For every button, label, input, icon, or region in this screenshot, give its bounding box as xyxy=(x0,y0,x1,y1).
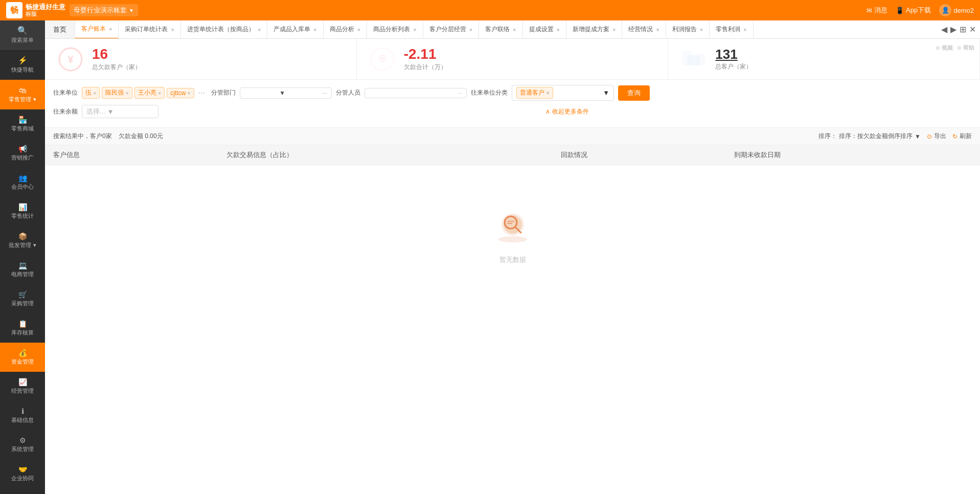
stat-icon-amount: ⊕ xyxy=(369,46,396,73)
sidebar-item-finance[interactable]: 💰 资金管理 xyxy=(0,343,45,372)
tag-close-wu[interactable]: × xyxy=(93,90,96,96)
sidebar-item-system[interactable]: ⚙ 系统管理 xyxy=(0,430,45,459)
tab-retail-profit[interactable]: 零售利润 × xyxy=(710,20,753,39)
col-customer-info: 客户信息 xyxy=(45,145,218,165)
cat-tag-normal: 普通客户 × xyxy=(516,87,553,99)
query-button[interactable]: 查询 xyxy=(618,85,650,101)
tab-inbound-stats[interactable]: 进货单统计表（按商品） × xyxy=(181,20,267,39)
dept-filter-dropdown[interactable]: ▼ ··· xyxy=(240,87,332,99)
filter-row-1: 往来单位 伍 × 陈民强 × 王小亮 × cjttcw xyxy=(53,85,972,101)
tab-close-icon[interactable]: × xyxy=(743,27,746,33)
empty-icon xyxy=(492,206,533,247)
export-button[interactable]: ⊙ 导出 xyxy=(927,132,946,141)
tab-close-icon[interactable]: × xyxy=(171,27,174,33)
sidebar-item-newbie[interactable]: 🎯 新手引导 xyxy=(0,488,45,494)
tab-product-analysis[interactable]: 商品分析 × xyxy=(324,20,367,39)
table-body: 暂无数据 xyxy=(45,165,980,306)
tab-expand-icon[interactable]: ⊞ xyxy=(960,25,966,34)
tab-product-inbound[interactable]: 产成品入库单 × xyxy=(267,20,323,39)
stat-icon-customers: ¥ xyxy=(57,46,84,73)
results-summary: 搜索结果中，客户0家 欠款金额 0.00元 xyxy=(53,132,163,141)
col-due-date: 到期未收款日期 xyxy=(726,145,980,165)
tab-close-icon[interactable]: × xyxy=(700,27,703,33)
help-link[interactable]: ⊙ 帮助 xyxy=(957,44,974,52)
tab-purchase-order[interactable]: 采购订单统计表 × xyxy=(119,20,180,39)
mall-icon: 🏪 xyxy=(3,116,42,124)
user-menu[interactable]: 👤 demo2 xyxy=(939,4,974,16)
tag-close-cjttcw[interactable]: × xyxy=(187,90,190,96)
tab-close-icon[interactable]: × xyxy=(469,27,472,33)
sidebar-item-retail-mall[interactable]: 🏪 零售商城 xyxy=(0,109,45,139)
sidebar-item-retail-mgmt[interactable]: 🛍 零售管理 ▾ xyxy=(0,80,45,109)
tab-close-icon[interactable]: × xyxy=(513,27,516,33)
stats-bar: ¥ 16 总欠款客户（家） ⊕ -2.11 欠款合计 xyxy=(45,39,980,80)
unit-filter-label: 往来单位 xyxy=(53,88,78,97)
sidebar-item-retail-stats[interactable]: 📊 零售统计 xyxy=(0,197,45,226)
tab-customer-ledger[interactable]: 客户账本 × xyxy=(75,20,119,39)
sidebar-item-wholesale-mgmt[interactable]: 📦 批发管理 ▾ xyxy=(0,226,45,255)
chevron-down-icon: ▼ xyxy=(279,89,285,97)
sidebar-item-operation[interactable]: 📈 经营管理 xyxy=(0,372,45,401)
cat-tag-close[interactable]: × xyxy=(546,89,550,97)
tab-customer-contact[interactable]: 客户联络 × xyxy=(479,20,522,39)
chevron-down-icon: ▼ xyxy=(107,108,114,116)
category-filter-dropdown[interactable]: 普通客户 × ▼ xyxy=(512,85,614,101)
tab-close-icon[interactable]: × xyxy=(313,27,316,33)
remainder-filter-input[interactable]: 选择... ▼ xyxy=(82,105,158,118)
tab-product-analysis-list[interactable]: 商品分析列表 × xyxy=(367,20,423,39)
retail-icon: 🛍 xyxy=(3,86,42,95)
sidebar-item-marketing[interactable]: 📢 营销推广 xyxy=(0,139,45,168)
tab-close-icon[interactable]: × xyxy=(357,27,360,33)
sidebar-item-ecommerce[interactable]: 💻 电商管理 xyxy=(0,255,45,284)
tab-home[interactable]: 首页 xyxy=(45,20,75,39)
collapse-filters-btn[interactable]: ∧ 收起更多条件 xyxy=(541,105,593,118)
stat-icon-total xyxy=(680,46,707,73)
tab-close-icon[interactable]: × xyxy=(109,26,112,32)
tab-close-icon[interactable]: × xyxy=(258,27,261,33)
sidebar-search[interactable]: 🔍 搜索菜单 xyxy=(0,20,45,50)
logo-area: 畅 畅捷通好生意 标版 xyxy=(6,2,65,18)
category-filter-label: 往来单位分类 xyxy=(471,88,508,97)
tab-customer-tier[interactable]: 客户分层经营 × xyxy=(423,20,479,39)
tab-profit-report[interactable]: 利润报告 × xyxy=(666,20,710,39)
inventory-icon: 📋 xyxy=(3,320,42,328)
sidebar-item-enterprise[interactable]: 🤝 企业协同 xyxy=(0,459,45,488)
tab-close-all-icon[interactable]: ✕ xyxy=(969,25,976,34)
unit-tag-cjttcw: cjttcw × xyxy=(167,88,194,98)
tab-operation-status[interactable]: 经营情况 × xyxy=(622,20,666,39)
tab-close-icon[interactable]: × xyxy=(612,27,616,33)
sidebar-item-purchase[interactable]: 🛒 采购管理 xyxy=(0,284,45,313)
sidebar-item-member[interactable]: 👥 会员中心 xyxy=(0,168,45,197)
content-area: 首页 客户账本 × 采购订单统计表 × 进货单统计表（按商品） × 产成品入库单… xyxy=(45,20,980,494)
main-layout: 🔍 搜索菜单 ⚡ 快捷导航 🛍 零售管理 ▾ 🏪 零售商城 📢 营销推广 👥 会… xyxy=(0,20,980,494)
tab-next-icon[interactable]: ▶ xyxy=(950,25,956,34)
tab-commission-settings[interactable]: 提成设置 × xyxy=(523,20,566,39)
refresh-button[interactable]: ↻ 刷新 xyxy=(952,132,972,141)
app-download-btn[interactable]: 📱 App下载 xyxy=(896,6,931,15)
account-selector[interactable]: 母婴行业演示账套 ▼ xyxy=(70,4,138,16)
logo-sub: 标版 xyxy=(26,11,65,17)
tab-prev-icon[interactable]: ◀ xyxy=(941,25,947,34)
sidebar-item-quick-nav[interactable]: ⚡ 快捷导航 xyxy=(0,50,45,80)
top-bar-right: ✉ 消息 📱 App下载 👤 demo2 xyxy=(867,4,974,16)
tag-close-chen[interactable]: × xyxy=(125,90,128,96)
people-filter-dropdown[interactable]: ··· xyxy=(364,88,467,98)
sidebar-item-inventory[interactable]: 📋 库存核算 xyxy=(0,313,45,343)
empty-text: 暂无数据 xyxy=(499,255,526,264)
clear-people-icon[interactable]: ··· xyxy=(458,90,462,96)
sidebar-item-basic-info[interactable]: ℹ 基础信息 xyxy=(0,401,45,430)
video-link[interactable]: ⊙ 视频 xyxy=(936,44,953,52)
message-btn[interactable]: ✉ 消息 xyxy=(867,6,887,15)
tab-close-icon[interactable]: × xyxy=(656,27,659,33)
unit-filter-more[interactable]: ··· xyxy=(196,87,207,99)
sort-button[interactable]: 排序： 排序：按欠款金额倒序排序 ▼ xyxy=(818,132,921,141)
tag-close-wang[interactable]: × xyxy=(158,90,161,96)
message-icon: ✉ xyxy=(867,7,872,14)
tab-close-icon[interactable]: × xyxy=(413,27,416,33)
tab-add-commission[interactable]: 新增提成方案 × xyxy=(566,20,622,39)
tab-close-icon[interactable]: × xyxy=(557,27,560,33)
stat-overdue-amount: ⊕ -2.11 欠款合计（万） xyxy=(357,39,669,79)
stat-help-links: ⊙ 视频 ⊙ 帮助 xyxy=(936,44,974,52)
search-icon: 🔍 xyxy=(3,26,42,35)
tab-bar: 首页 客户账本 × 采购订单统计表 × 进货单统计表（按商品） × 产成品入库单… xyxy=(45,20,980,39)
